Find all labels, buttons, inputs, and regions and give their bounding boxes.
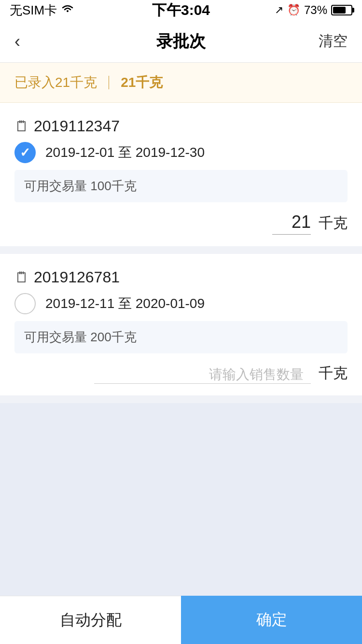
summary-value: 21千克 xyxy=(121,73,163,92)
quantity-unit-1: 千克 xyxy=(319,213,348,233)
batch-date-2: 2019-12-11 至 2020-01-09 xyxy=(45,294,205,313)
nav-bar: ‹ 录批次 清空 xyxy=(0,20,362,63)
clear-button[interactable]: 清空 xyxy=(319,31,348,51)
batch-avail-row-2: 可用交易量 200千克 xyxy=(14,321,348,353)
batch-avail-row-1: 可用交易量 100千克 xyxy=(14,170,348,202)
batch-doc-icon-2: 🗒 xyxy=(14,269,29,286)
batch-header-1: 🗒 2019112347 xyxy=(0,103,362,135)
battery-icon xyxy=(331,5,352,15)
empty-area xyxy=(0,403,362,596)
auto-distribute-button[interactable]: 自动分配 xyxy=(0,596,181,644)
quantity-value-1: 21 xyxy=(272,212,311,235)
quantity-input-2[interactable] xyxy=(94,363,311,384)
status-indicators: ↗ ⏰ 73% xyxy=(275,3,352,17)
batch-card-1: 🗒 2019112347 2019-12-01 至 2019-12-30 可用交… xyxy=(0,103,362,246)
batch-date-row-1[interactable]: 2019-12-01 至 2019-12-30 xyxy=(0,135,362,163)
status-carrier: 无SIM卡 xyxy=(10,2,74,19)
summary-label: 已录入21千克 xyxy=(14,73,97,92)
wifi-icon xyxy=(61,3,74,18)
alarm-icon: ⏰ xyxy=(287,4,300,16)
quantity-row-1: 21 千克 xyxy=(0,202,362,246)
quantity-unit-2: 千克 xyxy=(319,364,348,383)
location-icon: ↗ xyxy=(275,4,283,16)
batch-card-2: 🗒 2019126781 2019-12-11 至 2020-01-09 可用交… xyxy=(0,254,362,395)
status-time: 下午3:04 xyxy=(152,0,210,20)
batch-doc-icon-1: 🗒 xyxy=(14,118,29,135)
batch-header-2: 🗒 2019126781 xyxy=(0,254,362,286)
summary-banner: 已录入21千克 21千克 xyxy=(0,63,362,103)
page-title: 录批次 xyxy=(156,30,206,53)
separator-2 xyxy=(0,395,362,403)
batch-radio-2[interactable] xyxy=(14,293,36,314)
batch-radio-1[interactable] xyxy=(14,142,36,163)
batch-date-1: 2019-12-01 至 2019-12-30 xyxy=(45,143,205,162)
carrier-text: 无SIM卡 xyxy=(10,2,57,19)
back-button[interactable]: ‹ xyxy=(14,33,20,50)
bottom-bar: 自动分配 确定 xyxy=(0,596,362,644)
status-bar: 无SIM卡 下午3:04 ↗ ⏰ 73% xyxy=(0,0,362,20)
batch-avail-text-1: 可用交易量 100千克 xyxy=(24,179,137,193)
batch-id-2: 2019126781 xyxy=(34,268,120,286)
batch-id-1: 2019112347 xyxy=(34,117,120,135)
battery-percent: 73% xyxy=(304,3,327,17)
batch-avail-text-2: 可用交易量 200千克 xyxy=(24,330,137,344)
summary-divider xyxy=(109,76,109,89)
confirm-button[interactable]: 确定 xyxy=(181,596,362,644)
quantity-row-2[interactable]: 千克 xyxy=(0,353,362,395)
batch-date-row-2[interactable]: 2019-12-11 至 2020-01-09 xyxy=(0,286,362,314)
separator-1 xyxy=(0,246,362,254)
